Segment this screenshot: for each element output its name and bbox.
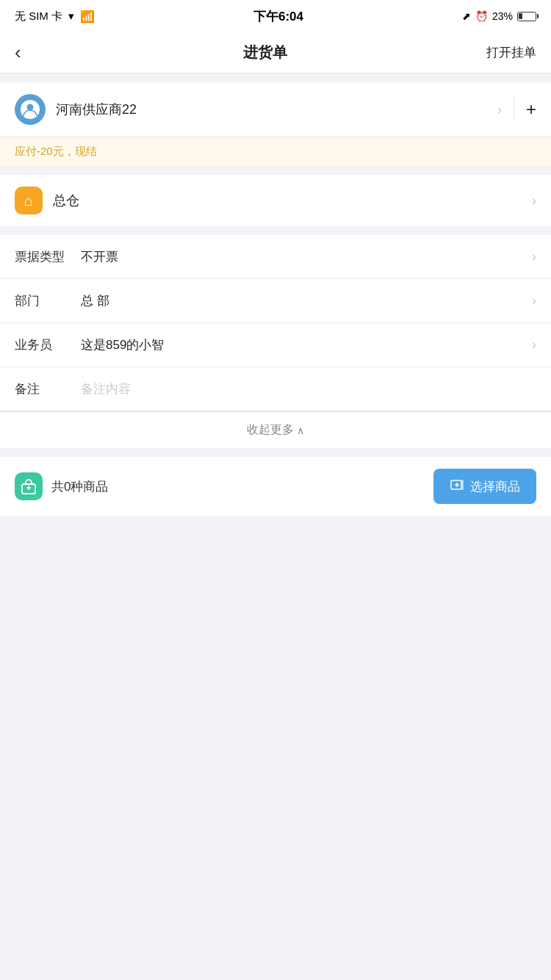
select-product-icon xyxy=(450,478,464,495)
department-value: 总 部 xyxy=(81,292,532,309)
svg-point-0 xyxy=(27,104,34,111)
remark-label: 备注 xyxy=(15,381,81,397)
invoice-type-value: 不开票 xyxy=(81,248,532,265)
warehouse-name: 总仓 xyxy=(53,192,532,209)
section-gap-2 xyxy=(0,166,551,175)
wifi-icon: ▾ xyxy=(68,10,74,23)
warehouse-chevron-icon: › xyxy=(532,193,536,209)
warehouse-card: ⌂ 总仓 › xyxy=(0,175,551,226)
product-count: 共0种商品 xyxy=(51,478,108,495)
add-button[interactable]: + xyxy=(526,99,536,120)
battery-percent: 23% xyxy=(492,10,513,22)
open-pending-button[interactable]: 打开挂单 xyxy=(486,44,536,61)
page-title: 进货单 xyxy=(243,43,287,62)
warehouse-row[interactable]: ⌂ 总仓 › xyxy=(0,175,551,226)
carrier-text: 无 SIM 卡 xyxy=(15,10,62,24)
warehouse-icon-wrap: ⌂ xyxy=(15,187,43,215)
notice-bar: 应付-20元，现结 xyxy=(0,137,551,166)
supplier-divider xyxy=(514,98,514,121)
product-icon-wrap xyxy=(15,472,43,500)
supplier-name: 河南供应商22 xyxy=(56,101,497,118)
collapse-row[interactable]: 收起更多 ∧ xyxy=(0,411,551,448)
battery-indicator xyxy=(517,12,536,21)
salesperson-row[interactable]: 业务员 这是859的小智 › xyxy=(0,323,551,367)
invoice-type-row[interactable]: 票据类型 不开票 › xyxy=(0,235,551,279)
back-button[interactable]: ‹ xyxy=(15,41,44,64)
department-label: 部门 xyxy=(15,292,81,309)
product-section: 共0种商品 选择商品 xyxy=(0,457,551,516)
remark-input[interactable]: 备注内容 xyxy=(81,381,536,397)
product-left: 共0种商品 xyxy=(15,472,108,500)
invoice-type-label: 票据类型 xyxy=(15,248,81,265)
warehouse-icon: ⌂ xyxy=(24,192,33,209)
supplier-row[interactable]: 河南供应商22 › + xyxy=(0,82,551,137)
page-background xyxy=(0,516,551,736)
alarm-icon: ⏰ xyxy=(475,10,488,22)
status-bar: 无 SIM 卡 ▾ 📶 下午6:04 ⬈ ⏰ 23% xyxy=(0,0,551,32)
salesperson-label: 业务员 xyxy=(15,336,81,353)
supplier-chevron-icon: › xyxy=(497,102,502,118)
collapse-text: 收起更多 xyxy=(247,422,294,438)
notice-text: 应付-20元，现结 xyxy=(15,145,97,157)
select-product-button[interactable]: 选择商品 xyxy=(433,469,536,504)
form-section: 票据类型 不开票 › 部门 总 部 › 业务员 这是859的小智 › 备注 备注… xyxy=(0,235,551,448)
status-right: ⬈ ⏰ 23% xyxy=(462,10,536,22)
collapse-arrow-icon: ∧ xyxy=(297,425,304,436)
salesperson-chevron-icon: › xyxy=(532,337,536,353)
wifi-signal-icon: 📶 xyxy=(80,10,95,24)
remark-row[interactable]: 备注 备注内容 xyxy=(0,367,551,411)
section-gap-3 xyxy=(0,226,551,235)
section-gap-1 xyxy=(0,73,551,82)
nav-bar: ‹ 进货单 打开挂单 xyxy=(0,32,551,73)
salesperson-value: 这是859的小智 xyxy=(81,336,532,353)
supplier-card: 河南供应商22 › + xyxy=(0,82,551,137)
department-chevron-icon: › xyxy=(532,293,536,309)
status-time: 下午6:04 xyxy=(253,8,303,25)
department-row[interactable]: 部门 总 部 › xyxy=(0,279,551,323)
select-product-label: 选择商品 xyxy=(470,478,520,495)
status-left: 无 SIM 卡 ▾ 📶 xyxy=(15,10,95,24)
invoice-type-chevron-icon: › xyxy=(532,249,536,264)
location-icon: ⬈ xyxy=(462,10,471,22)
supplier-avatar xyxy=(15,94,46,125)
